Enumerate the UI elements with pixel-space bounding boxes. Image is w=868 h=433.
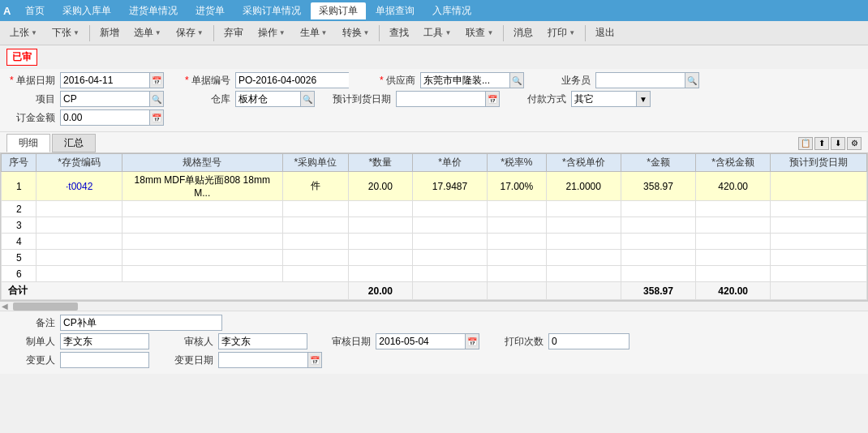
form-row-3: 订金金额 📅: [6, 109, 862, 126]
col-taxprice: *含税单价: [546, 154, 621, 172]
nav-home[interactable]: 首页: [17, 2, 53, 19]
bottom-row-2: 制单人 审核人 审核日期 📅 打印次数: [6, 333, 862, 349]
status-area: 已审: [0, 45, 868, 69]
table-row[interactable]: 5: [2, 250, 867, 266]
generate-arrow-icon: ▼: [321, 29, 328, 36]
order-amount-field: 📅: [60, 109, 164, 126]
table-row[interactable]: 4: [2, 234, 867, 250]
creator-label: 制单人: [6, 335, 55, 349]
toolbar: 上张 ▼ 下张 ▼ 新增 选单 ▼ 保存 ▼ 弃审 操作 ▼ 生单 ▼ 转换 ▼…: [0, 21, 868, 45]
nav-purchase-inbound[interactable]: 采购入库单: [54, 2, 119, 19]
table-row[interactable]: 6: [2, 266, 867, 282]
tab-summary[interactable]: 汇总: [52, 134, 96, 152]
bottom-row-3: 变更人 变更日期 📅: [6, 352, 862, 368]
pay-method-arrow-icon[interactable]: ▼: [636, 91, 651, 107]
pay-method-input[interactable]: [571, 91, 636, 107]
modifier-label: 变更人: [6, 354, 55, 367]
cancel-review-button[interactable]: 弃审: [217, 24, 250, 41]
table-row[interactable]: 2: [2, 201, 867, 217]
reviewer-label: 审核人: [165, 335, 213, 349]
col-expected-date: 预计到货日期: [771, 154, 867, 172]
review-date-input[interactable]: [376, 333, 465, 349]
horizontal-scrollbar[interactable]: ◀: [0, 301, 868, 311]
export-icon[interactable]: ⬆: [814, 137, 829, 150]
review-date-calendar-icon[interactable]: 📅: [465, 333, 479, 349]
find-button[interactable]: 查找: [383, 24, 415, 41]
single-no-field: [235, 72, 349, 88]
import-icon[interactable]: ⬇: [831, 137, 845, 150]
nav-goods-order[interactable]: 进货单: [187, 2, 233, 19]
warehouse-field: 🔍: [235, 91, 315, 107]
reviewer-input[interactable]: [218, 333, 307, 349]
modifier-input[interactable]: [60, 352, 149, 368]
select-button[interactable]: 选单 ▼: [127, 24, 168, 41]
nav-inbound-status[interactable]: 入库情况: [424, 2, 479, 19]
col-unit: *采购单位: [282, 154, 348, 172]
single-date-calendar-icon[interactable]: 📅: [149, 72, 164, 88]
generate-button[interactable]: 生单 ▼: [294, 24, 334, 41]
warehouse-search-icon[interactable]: 🔍: [300, 91, 315, 107]
prev-button[interactable]: 上张 ▼: [3, 24, 44, 41]
single-no-input[interactable]: [235, 72, 349, 88]
supplier-search-icon[interactable]: 🔍: [509, 72, 524, 88]
scroll-thumb[interactable]: [13, 302, 78, 311]
print-button[interactable]: 打印 ▼: [541, 24, 582, 41]
total-empty-taxprice: [546, 282, 621, 300]
print-count-input[interactable]: [548, 333, 630, 349]
select-arrow-icon: ▼: [155, 29, 161, 36]
exit-button[interactable]: 退出: [589, 24, 621, 41]
message-button[interactable]: 消息: [507, 24, 539, 41]
total-row: 合计 20.00 358.97 420.00: [2, 282, 867, 300]
copy-icon[interactable]: 📋: [798, 137, 813, 150]
settings-icon[interactable]: ⚙: [847, 137, 862, 150]
modify-date-input[interactable]: [218, 352, 307, 368]
col-seq: 序号: [2, 154, 37, 172]
table-row[interactable]: 3: [2, 217, 867, 234]
operate-button[interactable]: 操作 ▼: [251, 24, 292, 41]
tools-arrow-icon: ▼: [445, 29, 451, 36]
project-input[interactable]: [60, 91, 149, 107]
scroll-left-arrow[interactable]: ◀: [0, 302, 10, 311]
save-arrow-icon: ▼: [197, 29, 204, 36]
nav-purchase-order-detail[interactable]: 采购订单情况: [234, 2, 309, 19]
expected-date-label: 预计到货日期: [333, 92, 391, 106]
col-qty: *数量: [348, 154, 412, 172]
app-logo: A: [3, 5, 11, 17]
order-amount-input[interactable]: [60, 109, 149, 126]
operate-arrow-icon: ▼: [279, 29, 286, 36]
order-amount-label: 订金金额: [6, 111, 55, 125]
tools-button[interactable]: 工具 ▼: [417, 24, 458, 41]
creator-input[interactable]: [60, 333, 149, 349]
tab-detail[interactable]: 明细: [6, 134, 50, 152]
warehouse-input[interactable]: [235, 91, 300, 107]
convert-arrow-icon: ▼: [363, 29, 370, 36]
add-button[interactable]: 新增: [93, 24, 126, 41]
tabs-area: 明细 汇总 📋 ⬆ ⬇ ⚙: [0, 132, 868, 152]
bottom-form: 备注 制单人 审核人 审核日期 📅 打印次数 变更人 变更日期: [0, 311, 868, 374]
project-search-icon[interactable]: 🔍: [149, 91, 164, 107]
form-row-2: 项目 🔍 仓库 🔍 预计到货日期 📅 付款方式: [6, 91, 862, 107]
expected-date-input[interactable]: [396, 91, 485, 107]
nav-query[interactable]: 单据查询: [367, 2, 423, 19]
remark-input[interactable]: [60, 315, 222, 331]
supplier-input[interactable]: [420, 72, 509, 88]
staff-search-icon[interactable]: 🔍: [685, 72, 699, 88]
convert-button[interactable]: 转换 ▼: [336, 24, 376, 41]
table-row[interactable]: 1·t004218mm MDF单贴光面808 18mm M...件20.0017…: [2, 172, 867, 201]
staff-input[interactable]: [595, 72, 685, 88]
total-empty-date: [771, 282, 867, 300]
remark-label: 备注: [6, 316, 55, 330]
nav-purchase-order[interactable]: 采购订单: [311, 2, 366, 19]
nav-goods-detail[interactable]: 进货单情况: [121, 2, 186, 19]
tab-action-icons: 📋 ⬆ ⬇ ⚙: [798, 137, 862, 150]
total-empty-price: [412, 282, 487, 300]
single-date-input[interactable]: [60, 72, 149, 88]
save-button[interactable]: 保存 ▼: [170, 24, 210, 41]
link-query-button[interactable]: 联查 ▼: [459, 24, 500, 41]
next-button[interactable]: 下张 ▼: [45, 24, 86, 41]
form-area: 单据日期 📅 单据编号 供应商 🔍 业务员: [0, 69, 868, 132]
order-amount-calendar-icon[interactable]: 📅: [149, 109, 164, 126]
expected-date-calendar-icon[interactable]: 📅: [485, 91, 500, 107]
col-spec: 规格型号: [122, 154, 282, 172]
modify-date-calendar-icon[interactable]: 📅: [307, 352, 322, 368]
